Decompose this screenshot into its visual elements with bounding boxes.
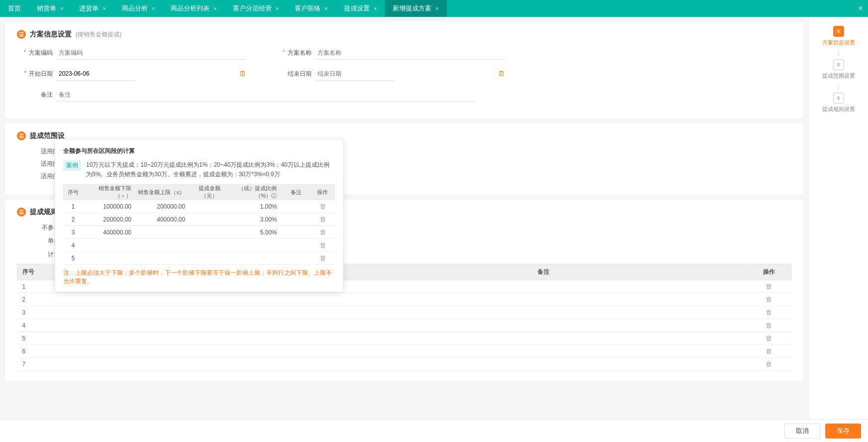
cell-upper[interactable]: 400000.00	[136, 213, 190, 226]
delete-icon[interactable]: 🗑	[320, 203, 326, 210]
tab-customer-layer[interactable]: 客户分层经营 ×	[225, 0, 287, 17]
tab-customer-contact[interactable]: 客户联络 ×	[287, 0, 335, 17]
cell-remark[interactable]	[282, 252, 311, 265]
cell-upper[interactable]	[136, 226, 190, 239]
cell-lower[interactable]	[42, 332, 117, 345]
tab-close-icon[interactable]: ×	[103, 5, 106, 11]
cell-lower[interactable]	[42, 306, 117, 319]
cell-amount[interactable]	[192, 319, 266, 332]
tab-close-icon[interactable]: ×	[152, 5, 155, 11]
cell-lower[interactable]	[83, 252, 136, 265]
cell-remark[interactable]	[341, 306, 747, 319]
cell-amount[interactable]	[192, 345, 266, 358]
input-end-date[interactable]	[316, 67, 394, 81]
cell-remark[interactable]	[282, 226, 311, 239]
input-plan-name[interactable]	[316, 46, 505, 60]
save-button[interactable]: 保存	[825, 424, 861, 439]
cell-ratio[interactable]	[266, 293, 341, 306]
delete-icon[interactable]: 🗑	[765, 322, 772, 329]
cell-ratio[interactable]: 3.00%	[229, 213, 282, 226]
tab-commission-settings[interactable]: 提成设置 ×	[336, 0, 385, 17]
cell-remark[interactable]	[341, 358, 747, 371]
cell-ratio[interactable]: 1.00%	[229, 200, 282, 213]
tab-close-icon[interactable]: ×	[60, 5, 63, 11]
delete-icon[interactable]: 🗑	[320, 228, 326, 236]
delete-icon[interactable]: 🗑	[765, 283, 772, 290]
cell-remark[interactable]	[341, 280, 747, 293]
tab-product-analysis[interactable]: 商品分析 ×	[114, 0, 163, 17]
tab-close-icon[interactable]: ×	[276, 5, 279, 11]
cell-lower[interactable]: 200000.00	[83, 213, 136, 226]
cell-ratio[interactable]	[266, 345, 341, 358]
cell-ratio[interactable]	[266, 306, 341, 319]
cell-amount[interactable]	[190, 239, 229, 252]
cell-lower[interactable]: 400000.00	[83, 226, 136, 239]
tab-bar-close-icon[interactable]: ×	[853, 0, 868, 17]
cell-ratio[interactable]	[229, 252, 282, 265]
tab-new-commission-plan[interactable]: 新增提成方案 ×	[385, 0, 446, 17]
delete-icon[interactable]: 🗑	[765, 347, 772, 355]
cell-ratio[interactable]	[266, 358, 341, 371]
anchor-plan-info[interactable]: ≡ 方案信息设置	[822, 26, 855, 46]
cell-lower[interactable]	[42, 293, 117, 306]
cell-upper[interactable]	[117, 319, 192, 332]
cell-remark[interactable]	[341, 293, 747, 306]
cell-ratio[interactable]	[266, 332, 341, 345]
cell-lower[interactable]	[42, 319, 117, 332]
cell-upper[interactable]	[117, 345, 192, 358]
cell-amount[interactable]	[190, 200, 229, 213]
cell-remark[interactable]	[341, 319, 747, 332]
calendar-icon[interactable]: 🗓	[498, 70, 505, 78]
cell-remark[interactable]	[282, 239, 311, 252]
tab-close-icon[interactable]: ×	[374, 5, 377, 11]
cell-upper[interactable]	[136, 252, 190, 265]
tab-close-icon[interactable]: ×	[435, 5, 438, 11]
cell-amount[interactable]	[190, 213, 229, 226]
tab-purchase[interactable]: 进货单 ×	[71, 0, 113, 17]
cell-upper[interactable]	[117, 293, 192, 306]
cell-ratio[interactable]	[266, 319, 341, 332]
delete-icon[interactable]: 🗑	[765, 360, 772, 368]
delete-icon[interactable]: 🗑	[765, 309, 772, 316]
delete-icon[interactable]: 🗑	[320, 216, 326, 223]
anchor-rule[interactable]: ≡ 提成规则设置	[822, 93, 855, 113]
cell-upper[interactable]	[136, 239, 190, 252]
cell-upper[interactable]	[117, 358, 192, 371]
cell-remark[interactable]	[282, 213, 311, 226]
anchor-scope[interactable]: ≡ 提成范围设置	[822, 59, 855, 80]
tab-home[interactable]: 首页	[0, 0, 29, 17]
cell-amount[interactable]	[192, 293, 266, 306]
cell-lower[interactable]	[42, 345, 117, 358]
tab-close-icon[interactable]: ×	[214, 5, 217, 11]
cell-ratio[interactable]: 5.00%	[229, 226, 282, 239]
cell-upper[interactable]: 200000.00	[136, 200, 190, 213]
tab-sales[interactable]: 销货单 ×	[29, 0, 71, 17]
cell-amount[interactable]	[192, 306, 266, 319]
cell-amount[interactable]	[190, 226, 229, 239]
delete-icon[interactable]: 🗑	[765, 296, 772, 303]
delete-icon[interactable]: 🗑	[320, 241, 326, 249]
input-plan-code[interactable]	[57, 46, 246, 60]
cell-amount[interactable]	[190, 252, 229, 265]
cell-lower[interactable]	[83, 239, 136, 252]
input-start-date[interactable]	[57, 67, 135, 81]
footer-bar: 取消 保存	[0, 419, 868, 442]
delete-icon[interactable]: 🗑	[765, 334, 772, 342]
delete-icon[interactable]: 🗑	[320, 254, 326, 262]
cell-remark[interactable]	[282, 200, 311, 213]
cell-upper[interactable]	[117, 332, 192, 345]
cell-remark[interactable]	[341, 332, 747, 345]
calendar-icon[interactable]: 🗓	[239, 70, 246, 78]
input-remark[interactable]	[57, 88, 475, 102]
cell-amount[interactable]	[192, 358, 266, 371]
tab-product-analysis-list[interactable]: 商品分析列表 ×	[163, 0, 224, 17]
cell-amount[interactable]	[192, 332, 266, 345]
tab-close-icon[interactable]: ×	[325, 5, 327, 11]
cancel-button[interactable]: 取消	[784, 424, 820, 439]
cell-ratio[interactable]	[229, 239, 282, 252]
cell-lower[interactable]	[42, 358, 117, 371]
label-start-date: 开始日期	[17, 70, 57, 78]
cell-upper[interactable]	[117, 306, 192, 319]
cell-remark[interactable]	[341, 345, 747, 358]
cell-lower[interactable]: 100000.00	[83, 200, 136, 213]
